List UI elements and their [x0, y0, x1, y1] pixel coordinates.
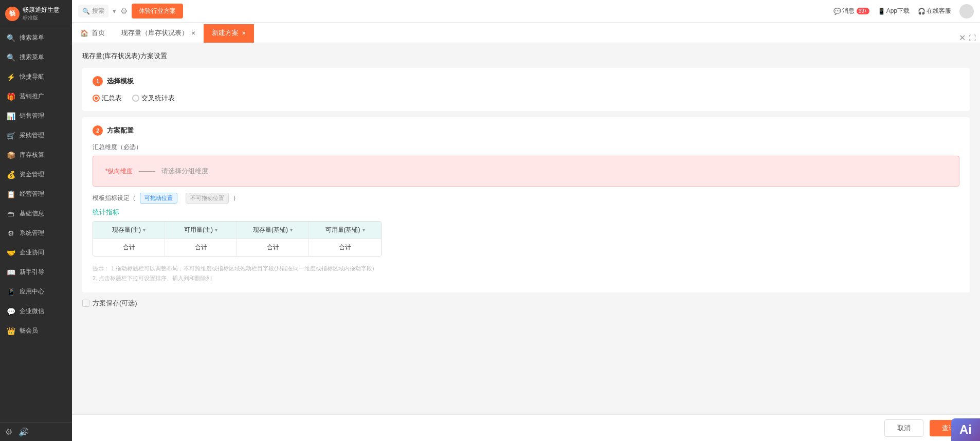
sidebar-item-basic[interactable]: 🗃 基础信息 [0, 204, 72, 224]
sidebar-item-search[interactable]: 🔍 搜索菜单 [0, 48, 72, 67]
tab-inventory-close[interactable]: ✕ [191, 30, 195, 36]
sidebar-item-label-operation: 经营管理 [20, 190, 44, 198]
radio-crosstab-dot [132, 95, 139, 102]
tabs-bar: 🏠 首页 现存量（库存状况表） ✕ 新建方案 ✕ ✕ ⛶ [72, 23, 980, 43]
basic-icon: 🗃 [6, 209, 15, 218]
sales-icon: 📊 [6, 112, 15, 121]
save-option[interactable]: 方案保存(可选) [82, 299, 970, 308]
sidebar-item-operation[interactable]: 📋 经营管理 [0, 185, 72, 204]
sidebar-item-inventory[interactable]: 📦 库存核算 [0, 145, 72, 165]
step2-title: 方案配置 [107, 126, 134, 135]
sidebar-item-sales[interactable]: 📊 销售管理 [0, 106, 72, 126]
trial-button[interactable]: 体验行业方案 [132, 4, 183, 19]
chevron-down-icon-3: ▾ [362, 227, 365, 233]
sidebar-item-label-marketing: 营销推广 [20, 92, 44, 101]
chevron-down-icon-1: ▾ [215, 227, 217, 233]
message-item[interactable]: 💬 消息 99+ [833, 7, 869, 15]
topbar-search-icon: 🔍 [82, 8, 90, 15]
save-option-label: 方案保存(可选) [93, 299, 137, 308]
topbar: 🔍 搜索 ▾ ⚙ 体验行业方案 💬 消息 99+ 📱 App下载 🎧 在线客服 [72, 0, 980, 23]
topbar-search-text: 搜索 [92, 7, 104, 15]
tab-inventory-status[interactable]: 现存量（库存状况表） ✕ [113, 24, 204, 43]
radio-summary-dot [93, 95, 100, 102]
dim-label: 汇总维度（必选） [93, 143, 959, 152]
movable-badge: 可拖动位置 [140, 193, 177, 204]
stats-header-cell-3[interactable]: 可用量(基辅) ▾ [309, 222, 381, 238]
stats-body-text-1: 合计 [195, 243, 207, 252]
topbar-gear-icon[interactable]: ⚙ [120, 6, 128, 16]
message-label: 消息 [842, 7, 855, 15]
sidebar-item-label-contract: 企业协同 [20, 248, 44, 257]
topbar-dropdown-icon[interactable]: ▾ [113, 7, 116, 15]
fixed-badge: 不可拖动位置 [186, 193, 229, 204]
tab-home[interactable]: 🏠 首页 [72, 24, 113, 43]
sidebar-item-guide[interactable]: 📖 新手引导 [0, 263, 72, 282]
stats-body-text-0: 合计 [123, 243, 135, 252]
sidebar-item-label-appstore: 应用中心 [20, 287, 44, 296]
stats-body-cell-3: 合计 [309, 239, 381, 256]
logo-title: 畅康通好生意 [23, 6, 60, 14]
sidebar-item-appstore[interactable]: 📱 应用中心 [0, 282, 72, 302]
app-label: App下载 [886, 7, 910, 15]
chevron-down-icon-2: ▾ [290, 227, 293, 233]
sidebar-item-label-purchase: 采购管理 [20, 131, 44, 140]
sidebar: 畅 畅康通好生意 标准版 🔍 搜索菜单 🔍 搜索菜单 ⚡ 快捷导航 🎁 营销推广… [0, 0, 72, 441]
sidebar-item-label-wechat: 企业微信 [20, 307, 44, 316]
sidebar-item-label-sales: 销售管理 [20, 112, 44, 120]
footer: 取消 查询 [72, 414, 980, 441]
chevron-down-icon-0: ▾ [143, 227, 146, 233]
tab-expand-icon[interactable]: ⛶ [969, 34, 976, 42]
save-checkbox[interactable] [82, 300, 89, 307]
sidebar-item-contract[interactable]: 🤝 企业协同 [0, 243, 72, 263]
stats-header-cell-0[interactable]: 现存量(主) ▾ [93, 222, 165, 238]
guide-icon: 📖 [6, 268, 15, 277]
tab-new-plan[interactable]: 新建方案 ✕ [204, 24, 254, 43]
speaker-icon[interactable]: 🔊 [19, 427, 29, 437]
tab-inventory-label: 现存量（库存状况表） [121, 28, 188, 38]
stats-body-text-3: 合计 [339, 243, 351, 252]
sidebar-item-label-guide: 新手引导 [20, 268, 44, 277]
stats-header-cell-1[interactable]: 可用量(主) ▾ [165, 222, 237, 238]
stats-body-cell-0: 合计 [93, 239, 165, 256]
step2-badge: 2 [93, 125, 103, 136]
sidebar-search[interactable]: 🔍 搜索菜单 [0, 28, 72, 48]
step2-section: 2 方案配置 汇总维度（必选） *纵向维度 —— 请选择分组维度 模板指标设定（… [82, 117, 970, 292]
sidebar-item-label-quicknav: 快捷导航 [20, 72, 44, 81]
tab-close-panel-icon[interactable]: ✕ [959, 33, 966, 43]
settings-icon[interactable]: ⚙ [5, 427, 12, 437]
stats-body-row: 合计 合计 合计 合计 [93, 238, 381, 256]
radio-crosstab[interactable]: 交叉统计表 [132, 94, 175, 103]
app-download-item[interactable]: 📱 App下载 [878, 7, 910, 15]
tab-new-plan-close[interactable]: ✕ [242, 30, 246, 36]
stats-body-cell-1: 合计 [165, 239, 237, 256]
user-avatar[interactable] [959, 4, 974, 19]
tab-home-label: 首页 [92, 28, 105, 38]
stats-body-text-2: 合计 [267, 243, 279, 252]
sidebar-search-label: 搜索菜单 [20, 33, 44, 42]
stats-header-cell-2[interactable]: 现存量(基辅) ▾ [237, 222, 309, 238]
dim-box[interactable]: *纵向维度 —— 请选择分组维度 [93, 156, 959, 187]
main-area: 🔍 搜索 ▾ ⚙ 体验行业方案 💬 消息 99+ 📱 App下载 🎧 在线客服 [72, 0, 980, 441]
cancel-button[interactable]: 取消 [884, 419, 923, 437]
radio-summary[interactable]: 汇总表 [93, 94, 122, 103]
headset-icon: 🎧 [918, 8, 925, 15]
sidebar-item-marketing[interactable]: 🎁 营销推广 [0, 87, 72, 106]
sidebar-item-member[interactable]: 👑 畅会员 [0, 321, 72, 341]
dim-placeholder: 请选择分组维度 [161, 167, 208, 176]
template-radio-group: 汇总表 交叉统计表 [93, 94, 959, 103]
topbar-search-box[interactable]: 🔍 搜索 [78, 5, 108, 17]
ai-badge[interactable]: Ai [951, 418, 980, 441]
quicknav-icon: ⚡ [6, 72, 15, 82]
sidebar-item-system[interactable]: ⚙ 系统管理 [0, 224, 72, 243]
inventory-icon: 📦 [6, 151, 15, 160]
contract-icon: 🤝 [6, 248, 15, 258]
stats-header-text-2: 现存量(基辅) [253, 226, 288, 234]
stats-header-text-1: 可用量(主) [184, 226, 213, 234]
service-item[interactable]: 🎧 在线客服 [918, 7, 951, 15]
sidebar-item-finance[interactable]: 💰 资金管理 [0, 165, 72, 185]
sidebar-item-purchase[interactable]: 🛒 采购管理 [0, 126, 72, 145]
sidebar-item-wechat[interactable]: 💬 企业微信 [0, 302, 72, 321]
sidebar-item-quicknav[interactable]: ⚡ 快捷导航 [0, 67, 72, 87]
indicator-settings-label: 模板指标设定（ 可拖动位置 不可拖动位置 ） [93, 193, 959, 204]
sidebar-item-label-inventory: 库存核算 [20, 151, 44, 159]
